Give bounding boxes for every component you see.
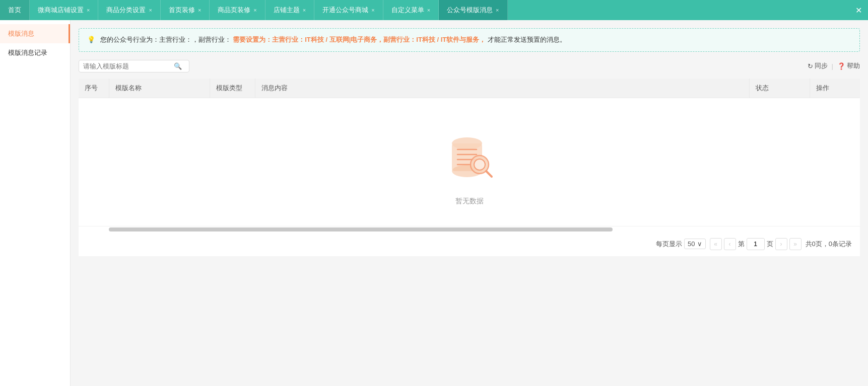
close-all-button[interactable]: ✕ [849,6,868,15]
sidebar-item-label: 模版消息记录 [8,49,47,56]
next-page-button[interactable]: › [775,238,787,250]
notice-highlight: 需要设置为：主营行业：IT科技 / 互联网|电子商务，副营行业：IT科技 / I… [233,36,486,43]
close-icon[interactable]: × [427,7,430,13]
first-page-button[interactable]: « [710,238,722,250]
tab-template-msg-label: 公众号模版消息 [447,6,493,15]
tab-template-msg[interactable]: 公众号模版消息 × [439,0,507,20]
sync-icon: ↻ [808,62,813,70]
prev-page-button[interactable]: ‹ [724,238,736,250]
col-content: 消息内容 [255,79,749,98]
search-bar: 🔍 ↻ 同步 | ❓ 帮助 [79,60,860,72]
scrollbar-area[interactable] [79,226,860,232]
close-icon[interactable]: × [496,7,499,13]
col-action: 操作 [810,79,860,98]
table-container: 序号 模版名称 模版类型 消息内容 状态 操作 [79,79,860,256]
sidebar-item-template-message-log[interactable]: 模版消息记录 [0,43,70,62]
layout: 模版消息 模版消息记录 💡 您的公众号行业为：主营行业：，副营行业： 需要设置为… [0,20,868,386]
search-input-wrap: 🔍 [79,60,189,72]
divider: | [832,62,833,70]
help-icon: ❓ [837,62,845,70]
tab-product-decor-label: 商品页装修 [218,6,250,15]
sync-button[interactable]: ↻ 同步 [808,61,828,70]
tab-custom-menu[interactable]: 自定义菜单 × [383,0,439,20]
page-unit: 页 [767,240,773,249]
search-icon[interactable]: 🔍 [174,62,182,70]
notice-box: 💡 您的公众号行业为：主营行业：，副营行业： 需要设置为：主营行业：IT科技 /… [79,28,860,52]
help-label: 帮助 [847,61,860,70]
tab-store-theme-label: 店铺主题 [274,6,300,15]
chevron-down-icon: ∨ [697,240,702,248]
col-status: 状态 [749,79,810,98]
data-table: 序号 模版名称 模版类型 消息内容 状态 操作 [79,79,860,98]
tab-home-label: 首页 [8,6,21,15]
scrollbar-thumb[interactable] [109,227,613,231]
tab-category-setting[interactable]: 商品分类设置 × [98,0,160,20]
sidebar-item-label: 模版消息 [8,30,34,37]
main-content: 💡 您的公众号行业为：主营行业：，副营行业： 需要设置为：主营行业：IT科技 /… [71,20,868,386]
notice-suffix: 才能正常发送预置的消息。 [488,36,566,43]
tab-product-decor[interactable]: 商品页装修 × [210,0,265,20]
tab-home-decor-label: 首页装修 [169,6,195,15]
close-icon[interactable]: × [198,7,201,13]
tab-shop-setting-label: 微商城店铺设置 [38,6,84,15]
page-label: 第 [738,240,745,249]
page-nav: « ‹ 第 页 › » [710,238,802,250]
notice-icon: 💡 [87,36,95,43]
tab-open-mall-label: 开通公众号商城 [322,6,368,15]
sidebar-item-template-message[interactable]: 模版消息 [0,24,70,43]
close-icon[interactable]: × [253,7,256,13]
last-page-button[interactable]: » [789,238,802,250]
total-info: 共0页，0条记录 [806,240,852,249]
tab-category-setting-label: 商品分类设置 [106,6,146,15]
search-actions: ↻ 同步 | ❓ 帮助 [808,61,860,70]
top-nav: 首页 微商城店铺设置 × 商品分类设置 × 首页装修 × 商品页装修 × 店铺主… [0,0,868,20]
empty-icon [439,128,500,189]
sidebar: 模版消息 模版消息记录 [0,20,71,386]
page-size-value: 50 [688,240,695,248]
page-size-label: 每页显示 [656,240,682,249]
pagination: 每页显示 50 ∨ « ‹ 第 页 › » 共0页，0条记录 [79,232,860,256]
page-size-dropdown[interactable]: 50 ∨ [684,239,705,249]
help-button[interactable]: ❓ 帮助 [837,61,860,70]
page-size-select: 每页显示 50 ∨ [656,239,705,249]
search-input[interactable] [83,62,174,70]
col-name: 模版名称 [109,79,210,98]
close-icon[interactable]: × [303,7,306,13]
tab-home-decor[interactable]: 首页装修 × [161,0,210,20]
sync-label: 同步 [815,61,828,70]
empty-text: 暂无数据 [455,197,484,206]
tab-store-theme[interactable]: 店铺主题 × [265,0,314,20]
tab-shop-setting[interactable]: 微商城店铺设置 × [30,0,98,20]
close-icon[interactable]: × [87,7,90,13]
close-icon[interactable]: × [371,7,374,13]
col-type: 模版类型 [210,79,255,98]
tab-open-mall[interactable]: 开通公众号商城 × [314,0,383,20]
empty-state: 暂无数据 [79,98,860,226]
page-input[interactable] [747,238,765,250]
svg-point-8 [474,159,485,170]
svg-line-9 [486,171,492,177]
tab-custom-menu-label: 自定义菜单 [391,6,424,15]
tab-home[interactable]: 首页 [0,0,30,20]
col-index: 序号 [79,79,109,98]
close-icon[interactable]: × [149,7,152,13]
notice-prefix: 您的公众号行业为：主营行业：，副营行业： [100,36,231,43]
